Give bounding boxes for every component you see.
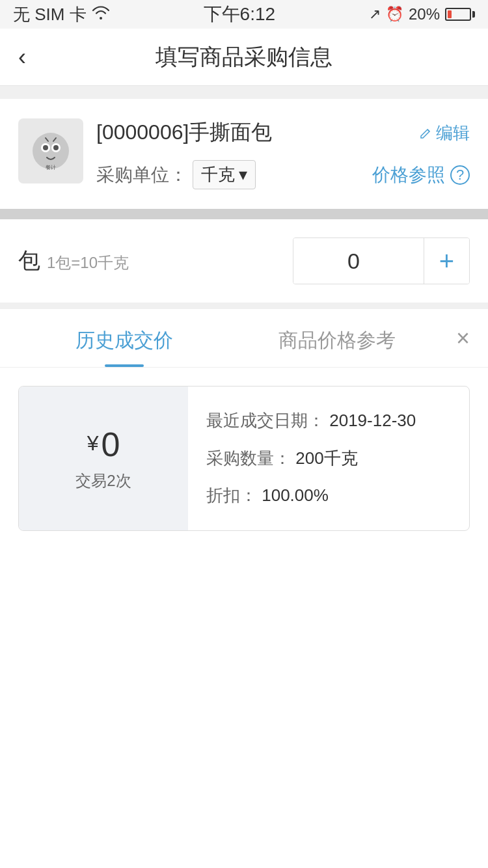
quantity-conversion: 1包=10千克 — [47, 252, 129, 273]
discount-value: 100.00% — [262, 485, 329, 505]
history-card: ¥ 0 交易2次 最近成交日期： 2019-12-30 采购数量： 200千克 … — [18, 386, 470, 531]
product-header: [0000006]手撕面包 编辑 — [96, 118, 470, 147]
unit-select[interactable]: 千克 ▾ — [193, 160, 256, 189]
unit-dropdown-arrow: ▾ — [239, 165, 247, 185]
quantity-input[interactable] — [293, 238, 424, 284]
edit-button[interactable]: 编辑 — [419, 122, 470, 144]
tab-close-button[interactable]: × — [443, 312, 470, 365]
svg-text:餐计: 餐计 — [46, 165, 56, 170]
back-button[interactable]: ‹ — [18, 44, 26, 71]
history-price-section: ¥ 0 交易2次 — [19, 387, 188, 530]
quantity-label: 包 1包=10千克 — [18, 246, 129, 276]
discount-row: 折扣： 100.00% — [206, 482, 451, 509]
price-ref-button[interactable]: 价格参照 ? — [372, 163, 470, 187]
tab-header: 历史成交价 商品价格参考 × — [0, 309, 488, 368]
purchase-qty-value: 200千克 — [295, 448, 357, 468]
status-right: ↗ ⏰ 20% — [369, 5, 475, 23]
navigation-bar: ‹ 填写商品采购信息 — [0, 29, 488, 86]
location-icon: ↗ — [369, 6, 381, 23]
purchase-qty-row: 采购数量： 200千克 — [206, 445, 451, 472]
status-bar: 无 SIM 卡 下午6:12 ↗ ⏰ 20% — [0, 0, 488, 29]
battery-percent: 20% — [409, 5, 440, 23]
alarm-icon: ⏰ — [386, 6, 403, 23]
price-currency-symbol: ¥ — [87, 431, 99, 455]
quantity-row: 包 1包=10千克 + — [0, 219, 488, 303]
page-title: 填写商品采购信息 — [156, 42, 332, 72]
product-thumbnail: 餐计 — [18, 118, 83, 183]
product-section: 餐计 [0000006]手撕面包 编辑 采购单位： 千克 ▾ — [0, 99, 488, 209]
status-time: 下午6:12 — [204, 2, 276, 27]
sim-text: 无 SIM 卡 — [13, 3, 87, 26]
trade-count: 交易2次 — [75, 470, 131, 491]
product-unit-row: 采购单位： 千克 ▾ 价格参照 ? — [96, 160, 470, 189]
history-price: ¥ 0 — [87, 425, 120, 464]
price-ref-label: 价格参照 — [372, 163, 445, 187]
tab-content: ¥ 0 交易2次 最近成交日期： 2019-12-30 采购数量： 200千克 … — [0, 368, 488, 549]
quantity-input-wrap: + — [293, 237, 470, 284]
wifi-icon — [92, 5, 110, 25]
quantity-plus-button[interactable]: + — [424, 238, 469, 284]
quantity-unit: 包 — [18, 246, 40, 276]
recent-date-value: 2019-12-30 — [329, 411, 416, 430]
tab-product-price-ref[interactable]: 商品价格参考 — [230, 309, 442, 367]
section-divider — [0, 209, 488, 219]
svg-point-0 — [33, 133, 69, 169]
unit-label: 采购单位： — [96, 163, 187, 187]
recent-date-label: 最近成交日期： — [206, 411, 325, 430]
tab-panel: 历史成交价 商品价格参考 × ¥ 0 交易2次 最近成交日期： 2019-12-… — [0, 309, 488, 549]
recent-date-row: 最近成交日期： 2019-12-30 — [206, 407, 451, 435]
purchase-qty-label: 采购数量： — [206, 448, 291, 468]
status-left: 无 SIM 卡 — [13, 3, 110, 26]
history-details: 最近成交日期： 2019-12-30 采购数量： 200千克 折扣： 100.0… — [188, 387, 469, 530]
battery-icon — [445, 8, 475, 21]
product-info: [0000006]手撕面包 编辑 采购单位： 千克 ▾ 价格参照 ? — [96, 118, 470, 189]
tab-history-price[interactable]: 历史成交价 — [18, 309, 230, 367]
unit-value: 千克 — [201, 163, 235, 186]
discount-label: 折扣： — [206, 485, 257, 505]
price-ref-question-icon: ? — [450, 165, 470, 185]
svg-point-4 — [53, 145, 59, 150]
product-name: [0000006]手撕面包 — [96, 118, 272, 147]
svg-point-3 — [43, 145, 48, 150]
price-value: 0 — [101, 425, 120, 464]
bottom-space — [0, 549, 488, 868]
